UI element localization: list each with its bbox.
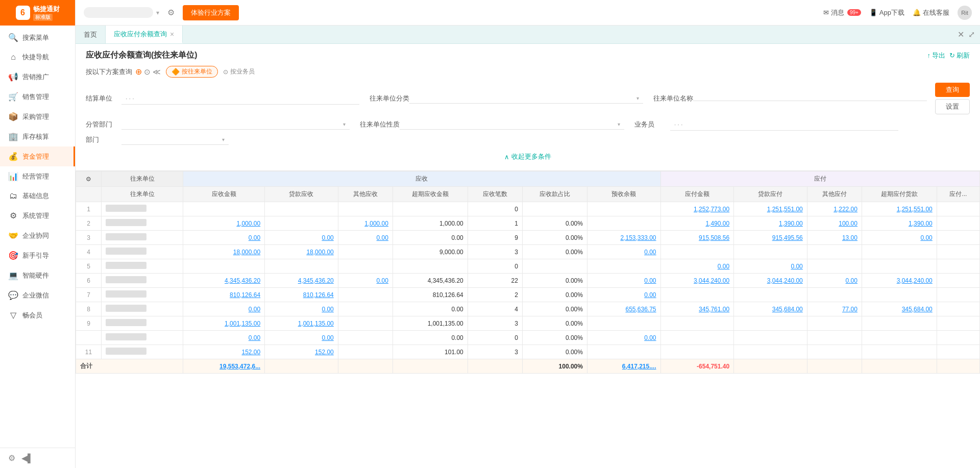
table-cell[interactable]: 1,001,135.00 [183, 316, 265, 331]
table-cell[interactable]: 3,044,240.00 [660, 274, 734, 288]
footer-ar-amount[interactable]: 19,553,472,6... [183, 359, 265, 374]
table-cell[interactable]: 13.00 [807, 231, 862, 245]
tab-maximize-icon[interactable]: ⤢ [968, 30, 975, 39]
table-cell[interactable]: 345,684.00 [734, 302, 807, 316]
table-cell[interactable]: 0.00 [587, 331, 660, 345]
table-cell[interactable]: 0.00 [338, 231, 393, 245]
th-gear[interactable]: ⚙ [76, 171, 102, 187]
sidebar-item-wechat[interactable]: 💬 企业微信 [0, 285, 75, 305]
settings-button[interactable]: 设置 [935, 99, 970, 114]
table-cell[interactable]: 0.00 [265, 331, 338, 345]
settings-icon[interactable]: ⚙ [8, 453, 15, 463]
tab-ar-query[interactable]: 应收应付余额查询 × [106, 26, 183, 43]
table-container[interactable]: ⚙ 往来单位 应收 应付 往来单位 应收金额 贷款应收 其他应收 超期应收金额 … [76, 171, 980, 468]
table-cell[interactable]: 810,126.64 [265, 288, 338, 302]
table-cell[interactable]: 152.00 [265, 345, 338, 359]
table-cell[interactable]: 2,153,333.00 [587, 231, 660, 245]
table-cell[interactable]: 18,000.00 [265, 245, 338, 259]
sidebar-item-member[interactable]: ▽ 畅会员 [0, 305, 75, 325]
tab-close-window-icon[interactable]: ✕ [958, 30, 964, 39]
table-cell[interactable]: 0.00 [862, 231, 937, 245]
table-cell[interactable]: 0.00 [587, 288, 660, 302]
table-cell[interactable]: 655,636.75 [587, 302, 660, 316]
table-cell[interactable]: 345,761.00 [660, 302, 734, 316]
sidebar-item-sales[interactable]: 🛒 销售管理 [0, 87, 75, 107]
table-cell[interactable]: 1,001,135.00 [265, 316, 338, 331]
sidebar-item-search[interactable]: 🔍 搜索菜单 [0, 28, 75, 47]
scheme-collapse-icon[interactable]: ≪ [153, 67, 161, 77]
tab-home[interactable]: 首页 [76, 26, 106, 43]
refresh-button[interactable]: ↻ 刷新 [949, 51, 970, 60]
online-service-action[interactable]: 🔔 在线客服 [913, 8, 949, 17]
app-download-action[interactable]: 📱 App下载 [869, 8, 904, 17]
table-cell[interactable]: 4,345,436.20 [265, 274, 338, 288]
table-cell[interactable]: 0.00 [183, 302, 265, 316]
messages-action[interactable]: ✉ 消息 99+ [823, 8, 861, 17]
table-cell[interactable]: 1,251,551.00 [862, 202, 937, 216]
scheme-by-partner[interactable]: 🔶 按往来单位 [166, 66, 218, 78]
query-button[interactable]: 查询 [935, 83, 970, 97]
collapse-sidebar-icon[interactable]: ◀▌ [21, 453, 33, 463]
table-cell[interactable]: 345,684.00 [862, 302, 937, 316]
user-avatar[interactable]: Rit [958, 6, 972, 20]
footer-prepay[interactable]: 6,417,215.... [587, 359, 660, 374]
table-cell[interactable]: 1,390.00 [862, 216, 937, 231]
sidebar-item-hardware[interactable]: 💻 智能硬件 [0, 265, 75, 285]
table-cell[interactable]: 100.00 [807, 216, 862, 231]
table-cell[interactable]: 4,345,436.20 [183, 274, 265, 288]
filter-input-partner-nature[interactable]: ▾ [400, 119, 624, 130]
solution-button[interactable]: 体验行业方案 [183, 5, 239, 20]
table-cell[interactable]: 0.00 [338, 274, 393, 288]
table-cell[interactable]: 1,251,551.00 [734, 202, 807, 216]
table-cell[interactable]: 18,000.00 [183, 245, 265, 259]
filter-input-partner-name[interactable] [693, 96, 927, 101]
scheme-settings-icon[interactable]: ⊙ [144, 67, 151, 77]
table-cell[interactable]: 3,044,240.00 [734, 274, 807, 288]
table-cell[interactable]: 0.00 [265, 231, 338, 245]
table-cell[interactable]: 0.00 [587, 245, 660, 259]
table-cell[interactable]: 77.00 [807, 302, 862, 316]
table-cell[interactable]: 0.00 [734, 259, 807, 274]
table-cell[interactable]: 915,508.56 [660, 231, 734, 245]
table-cell[interactable]: 0.00 [587, 274, 660, 288]
sidebar-item-quicknav[interactable]: ⌂ 快捷导航 [0, 47, 75, 67]
collapse-button[interactable]: ∧ 收起更多条件 [86, 149, 970, 164]
table-cell[interactable]: 810,126.64 [183, 288, 265, 302]
sidebar-item-purchase[interactable]: 📦 采购管理 [0, 107, 75, 127]
table-cell[interactable]: 0.00 [265, 302, 338, 316]
table-cell[interactable]: 1,000.00 [338, 216, 393, 231]
table-cell[interactable]: 1,222.00 [807, 202, 862, 216]
add-scheme-icon[interactable]: ⊕ [135, 67, 142, 77]
export-button[interactable]: ↑ 导出 [927, 51, 946, 60]
filter-input-partner-cat[interactable]: ▾ [409, 93, 643, 104]
sidebar-item-marketing[interactable]: 📢 营销推广 [0, 67, 75, 87]
filter-input-dept[interactable]: ▾ [121, 135, 229, 145]
table-cell[interactable]: 1,000.00 [183, 216, 265, 231]
filter-input-settlement[interactable]: ··· [121, 92, 359, 105]
scheme-by-salesman[interactable]: ⊙ 按业务员 [218, 66, 260, 77]
table-cell[interactable]: 1,490.00 [660, 216, 734, 231]
table-cell[interactable]: 915,495.56 [734, 231, 807, 245]
table-cell[interactable]: 1,252,773.00 [660, 202, 734, 216]
table-cell[interactable]: 0.00 [660, 259, 734, 274]
table-cell[interactable]: 0.00 [183, 231, 265, 245]
sidebar-item-label: 畅会员 [22, 311, 42, 320]
sidebar-item-system[interactable]: ⚙ 系统管理 [0, 206, 75, 226]
table-cell[interactable]: 3,044,240.00 [862, 274, 937, 288]
sidebar-item-finance[interactable]: 💰 资金管理 [0, 146, 75, 166]
topbar-gear-icon[interactable]: ⚙ [165, 6, 177, 19]
sidebar-item-guide[interactable]: 🎯 新手引导 [0, 245, 75, 265]
sidebar-item-management[interactable]: 📊 经营管理 [0, 166, 75, 186]
sidebar-item-baseinfo[interactable]: 🗂 基础信息 [0, 186, 75, 206]
th-ar-ratio: 应收款占比 [522, 187, 587, 202]
sidebar-item-inventory[interactable]: 🏢 库存核算 [0, 127, 75, 146]
tab-close-icon[interactable]: × [170, 30, 174, 38]
filter-input-salesman[interactable]: ··· [670, 118, 898, 131]
filter-input-dept-mgr[interactable]: ▾ [121, 119, 350, 130]
table-cell[interactable]: 152.00 [183, 345, 265, 359]
sidebar-item-enterprise[interactable]: 🤝 企业协同 [0, 226, 75, 245]
table-cell[interactable]: 1,390.00 [734, 216, 807, 231]
table-cell[interactable]: 0.00 [807, 274, 862, 288]
filter-partner-nature: 往来单位性质 ▾ [360, 119, 624, 130]
table-cell[interactable]: 0.00 [183, 331, 265, 345]
